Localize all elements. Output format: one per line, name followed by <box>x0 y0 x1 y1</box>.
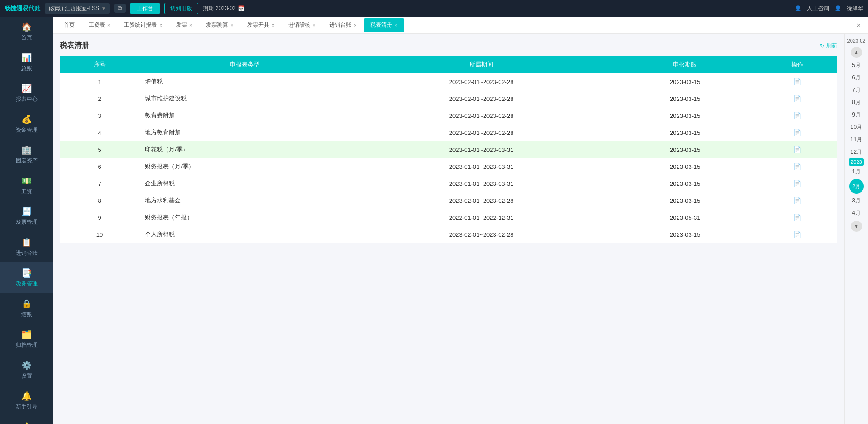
sidebar-item-report[interactable]: 📈报表中心 <box>0 78 53 109</box>
month-item-2022-6[interactable]: 6月 <box>847 72 866 84</box>
tab-home[interactable]: 首页 <box>57 18 81 32</box>
action-icon[interactable]: 📄 <box>793 231 801 238</box>
copy-icon-btn[interactable]: ⧉ <box>114 4 126 13</box>
tab-invoice_calc[interactable]: 发票测算× <box>200 18 239 32</box>
tab-invoice[interactable]: 发票× <box>170 18 199 32</box>
action-icon[interactable]: 📄 <box>793 163 801 170</box>
sidebar-label-salary: 工资 <box>21 188 32 195</box>
tab-label-sales_ledger: 进销台账 <box>329 21 351 29</box>
sidebar-item-close[interactable]: 🔒结账 <box>0 293 53 324</box>
tab-bar-close-button[interactable]: × <box>854 21 863 30</box>
cell-deadline: 2023-03-15 <box>613 141 757 158</box>
sidebar-item-sales[interactable]: 📋进销台账 <box>0 232 53 262</box>
month-item-2022-5[interactable]: 5月 <box>847 59 866 72</box>
sidebar-item-ledger[interactable]: 📊总账 <box>0 47 53 78</box>
month-item-2023-1[interactable]: 1月 <box>847 166 866 178</box>
action-icon[interactable]: 📄 <box>793 95 801 102</box>
cell-type: 增值税 <box>139 73 350 90</box>
sidebar-item-archive[interactable]: 🗂️归档管理 <box>0 324 53 355</box>
settings-icon: ⚙️ <box>22 360 32 370</box>
sidebar-item-invoice[interactable]: 🧾发票管理 <box>0 201 53 232</box>
sidebar-item-guide[interactable]: 🔔新手引导 <box>0 385 53 416</box>
refresh-button[interactable]: ↻ 刷新 <box>820 42 837 50</box>
tab-close-salary_stats[interactable]: × <box>159 22 162 28</box>
month-item-2022-12[interactable]: 12月 <box>847 146 866 158</box>
tab-invoice_open[interactable]: 发票开具× <box>241 18 281 32</box>
sidebar-item-member[interactable]: ⭐畅会员 <box>0 416 53 424</box>
app-logo: 畅捷通易代账 <box>5 4 40 12</box>
period-label: 期期 <box>203 5 214 12</box>
sidebar-item-fund[interactable]: 💰资金管理 <box>0 109 53 139</box>
calendar-icon[interactable]: 📅 <box>238 5 245 11</box>
tab-sales_check[interactable]: 进销稽核× <box>282 18 322 32</box>
cell-action[interactable]: 📄 <box>757 73 837 90</box>
year-2023-tag: 2023 <box>849 158 863 166</box>
salary-icon: 💵 <box>22 176 32 186</box>
human-consult-label[interactable]: 人工咨询 <box>807 5 829 12</box>
tab-close-sales_ledger[interactable]: × <box>354 22 356 28</box>
cell-action[interactable]: 📄 <box>757 226 837 243</box>
tab-sales_ledger[interactable]: 进销台账× <box>323 18 363 32</box>
workbench-button[interactable]: 工作台 <box>130 3 160 14</box>
tax-icon: 📑 <box>22 268 32 278</box>
table-row: 3 教育费附加 2023-02-01~2023-02-28 2023-03-15… <box>60 107 837 124</box>
sidebar-item-home[interactable]: 🏠首页 <box>0 17 53 47</box>
tab-close-salary_table[interactable]: × <box>107 22 110 28</box>
cell-action[interactable]: 📄 <box>757 141 837 158</box>
cell-deadline: 2023-03-15 <box>613 73 757 90</box>
sidebar-item-salary[interactable]: 💵工资 <box>0 170 53 201</box>
switch-old-button[interactable]: 切到旧版 <box>164 3 198 14</box>
cell-action[interactable]: 📄 <box>757 209 837 226</box>
table-row: 2 城市维护建设税 2023-02-01~2023-02-28 2023-03-… <box>60 90 837 107</box>
cell-period: 2023-02-01~2023-02-28 <box>350 226 613 243</box>
cell-action[interactable]: 📄 <box>757 90 837 107</box>
current-year-label: 2023.02 <box>846 36 867 45</box>
cell-period: 2023-02-01~2023-02-28 <box>350 192 613 209</box>
table-row: 4 地方教育附加 2023-02-01~2023-02-28 2023-03-1… <box>60 124 837 141</box>
cell-action[interactable]: 📄 <box>757 192 837 209</box>
month-item-2023-3[interactable]: 3月 <box>847 195 866 207</box>
tab-salary_table[interactable]: 工资表× <box>82 18 117 32</box>
tab-close-tax_list[interactable]: × <box>395 22 397 28</box>
cell-action[interactable]: 📄 <box>757 124 837 141</box>
cell-action[interactable]: 📄 <box>757 107 837 124</box>
month-item-2022-11[interactable]: 11月 <box>847 134 866 146</box>
tab-label-salary_stats: 工资统计报表 <box>124 21 157 29</box>
action-icon[interactable]: 📄 <box>793 78 801 85</box>
cell-deadline: 2023-03-15 <box>613 192 757 209</box>
cell-action[interactable]: 📄 <box>757 175 837 192</box>
panel-up-button[interactable]: ▲ <box>851 47 862 58</box>
month-item-2022-7[interactable]: 7月 <box>847 84 866 96</box>
tab-close-invoice_calc[interactable]: × <box>230 22 233 28</box>
tab-label-sales_check: 进销稽核 <box>288 21 310 29</box>
panel-down-button[interactable]: ▼ <box>851 221 862 232</box>
tab-tax_list[interactable]: 税表清册× <box>364 18 404 32</box>
action-icon[interactable]: 📄 <box>793 112 801 119</box>
month-item-2023-2[interactable]: 2月 <box>849 179 864 194</box>
action-icon[interactable]: 📄 <box>793 197 801 204</box>
month-item-2022-10[interactable]: 10月 <box>847 121 866 134</box>
cell-no: 5 <box>60 141 139 158</box>
company-selector[interactable]: (勿动) 江西服宝-LSS ▼ <box>45 3 110 14</box>
month-item-2023-4[interactable]: 4月 <box>847 207 866 219</box>
action-icon[interactable]: 📄 <box>793 180 801 187</box>
month-item-2022-8[interactable]: 8月 <box>847 96 866 109</box>
tab-close-sales_check[interactable]: × <box>312 22 315 28</box>
action-icon[interactable]: 📄 <box>793 214 801 221</box>
sidebar-item-tax[interactable]: 📑税务管理 <box>0 262 53 293</box>
avatar-icon: 👤 <box>835 5 841 11</box>
action-icon[interactable]: 📄 <box>793 129 801 136</box>
tab-close-invoice[interactable]: × <box>189 22 192 28</box>
tab-salary_stats[interactable]: 工资统计报表× <box>117 18 168 32</box>
action-icon[interactable]: 📄 <box>793 146 801 153</box>
page-header: 税表清册 ↻ 刷新 <box>60 41 837 50</box>
sidebar-label-asset: 固定资产 <box>16 157 38 165</box>
tab-close-invoice_open[interactable]: × <box>272 22 274 28</box>
sidebar-item-asset[interactable]: 🏢固定资产 <box>0 139 53 170</box>
cell-deadline: 2023-03-15 <box>613 107 757 124</box>
sales-icon: 📋 <box>22 237 32 247</box>
top-bar-right: 👤 人工咨询 👤 徐泽华 <box>795 5 863 12</box>
month-item-2022-9[interactable]: 9月 <box>847 109 866 121</box>
cell-action[interactable]: 📄 <box>757 158 837 175</box>
sidebar-item-settings[interactable]: ⚙️设置 <box>0 355 53 385</box>
